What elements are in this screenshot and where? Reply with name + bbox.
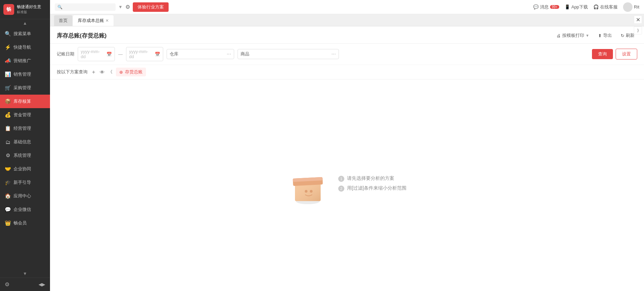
print-icon: 🖨 — [556, 33, 561, 38]
print-chevron-icon: ▼ — [586, 33, 589, 38]
warehouse-more-icon[interactable]: ··· — [227, 51, 231, 57]
empty-content: 1 请先选择要分析的方案 2 用[过滤]条件来缩小分析范围 — [288, 165, 406, 205]
tip-number-2: 2 — [338, 186, 344, 192]
panel-close-btn[interactable]: ✕ — [634, 16, 642, 24]
sidebar-item-shortcut[interactable]: ⚡ 快捷导航 — [0, 41, 50, 54]
sidebar-item-enterprise[interactable]: 🤝 企业协同 — [0, 162, 50, 176]
svg-point-5 — [305, 190, 307, 193]
sidebar-item-appcenter[interactable]: 🏠 应用中心 — [0, 189, 50, 203]
tab-close-icon[interactable]: ✕ — [105, 18, 109, 23]
scheme-collapse-icon[interactable]: 《 — [108, 69, 113, 75]
filter-row: 记账日期 yyyy-mm-dd 📅 — yyyy-mm-dd 📅 仓库 ··· — [50, 44, 644, 65]
tip-item-2: 2 用[过滤]条件来缩小分析范围 — [338, 185, 406, 192]
shortcut-icon: ⚡ — [5, 44, 11, 50]
sidebar-item-finance[interactable]: 💰 资金管理 — [0, 108, 50, 122]
tab-home[interactable]: 首页 — [54, 15, 72, 26]
goods-more-icon[interactable]: ··· — [331, 51, 336, 57]
sidebar-item-vip[interactable]: 👑 畅会员 — [0, 216, 50, 230]
sidebar-item-wechat[interactable]: 💬 企业微信 — [0, 203, 50, 216]
scheme-add-icon[interactable]: ＋ — [91, 69, 96, 76]
newguide-icon: 🎓 — [5, 179, 11, 186]
basic-icon: 🗂 — [5, 139, 11, 145]
panel-expand-btn[interactable]: ⟩ — [634, 26, 642, 34]
wechat-icon: 💬 — [5, 207, 11, 213]
settings-footer-icon[interactable]: ⚙ — [5, 281, 9, 288]
topbar-search[interactable]: 🔍 — [55, 3, 116, 11]
sidebar: 畅 畅捷通好生意 标准版 ▲ 🔍 搜索菜单 ⚡ 快捷导航 📣 营销推广 📊 销售… — [0, 0, 50, 291]
logo-text: 畅捷通好生意 标准版 — [17, 4, 41, 15]
sidebar-scroll-up[interactable]: ▲ — [0, 19, 50, 27]
sidebar-item-system[interactable]: ⚙ 系统管理 — [0, 149, 50, 162]
enterprise-icon: 🤝 — [5, 166, 11, 172]
sidebar-item-marketing[interactable]: 📣 营销推广 — [0, 54, 50, 68]
message-icon: 💬 — [533, 4, 539, 9]
filter-actions: 查询 设置 — [592, 49, 637, 59]
calendar-to-icon[interactable]: 📅 — [155, 52, 160, 57]
inventory-icon: 📦 — [5, 98, 11, 104]
tip-number-1: 1 — [338, 176, 344, 182]
tip-text-2: 用[过滤]条件来缩小分析范围 — [347, 185, 406, 191]
sidebar-item-search[interactable]: 🔍 搜索菜单 — [0, 27, 50, 41]
query-button[interactable]: 查询 — [592, 49, 613, 59]
phone-icon: 📱 — [565, 4, 570, 9]
operation-icon: 📋 — [5, 125, 11, 131]
user-avatar[interactable]: Rit — [623, 2, 639, 12]
message-badge: 99+ — [550, 5, 559, 9]
topbar: 🔍 ▼ ⚙ 体验行业方案 💬 消息 99+ 📱 App下载 🎧 在线客服 Rit — [50, 0, 644, 14]
scheme-label: 按以下方案查询 — [57, 69, 88, 75]
app-download-btn[interactable]: 📱 App下载 — [565, 4, 588, 10]
tabs-bar: 首页 库存成本总账 ✕ — [50, 14, 644, 26]
online-service-btn[interactable]: 🎧 在线客服 — [593, 4, 618, 10]
topbar-right: 💬 消息 99+ 📱 App下载 🎧 在线客服 Rit — [533, 2, 639, 12]
filter-date-label: 记账日期 — [57, 51, 74, 57]
scheme-row: 按以下方案查询 ＋ 👁 《 ⊕ 存货总账 — [50, 65, 644, 79]
sidebar-footer: ⚙ ◀▶ — [0, 277, 50, 291]
search-icon: 🔍 — [5, 31, 11, 37]
tab-inventory-ledger[interactable]: 库存成本总账 ✕ — [73, 15, 114, 26]
page-area: 库存总账(存货总账) 🖨 按模板打印 ▼ ⬆ 导出 ↻ 刷新 — [50, 26, 644, 291]
print-btn[interactable]: 🖨 按模板打印 ▼ — [554, 31, 592, 40]
page-header: 库存总账(存货总账) 🖨 按模板打印 ▼ ⬆ 导出 ↻ 刷新 — [50, 26, 644, 44]
finance-icon: 💰 — [5, 112, 11, 118]
headset-icon: 🎧 — [593, 4, 599, 9]
sidebar-item-purchase[interactable]: 🛒 采购管理 — [0, 81, 50, 95]
settings-button[interactable]: 设置 — [616, 49, 637, 59]
sidebar-item-operation[interactable]: 📋 经营管理 — [0, 122, 50, 135]
export-icon: ⬆ — [598, 33, 602, 38]
scheme-eye-icon[interactable]: 👁 — [100, 69, 105, 75]
scheme-item-inventory[interactable]: ⊕ 存货总账 — [116, 68, 146, 76]
page-header-actions: 🖨 按模板打印 ▼ ⬆ 导出 ↻ 刷新 — [554, 31, 637, 40]
calendar-from-icon[interactable]: 📅 — [106, 52, 112, 57]
topbar-gear-icon[interactable]: ⚙ — [125, 4, 130, 10]
industry-btn[interactable]: 体验行业方案 — [133, 2, 169, 12]
tip-text-1: 请先选择要分析的方案 — [347, 175, 394, 181]
sidebar-item-newguide[interactable]: 🎓 新手引导 — [0, 176, 50, 189]
sidebar-scroll-down[interactable]: ▼ — [0, 270, 50, 277]
system-icon: ⚙ — [5, 152, 11, 159]
box-svg — [288, 165, 328, 205]
svg-point-6 — [310, 190, 313, 193]
username-label: Rit — [634, 4, 639, 9]
logo-icon: 畅 — [3, 4, 14, 15]
collapse-footer-icon[interactable]: ◀▶ — [39, 282, 45, 287]
appcenter-icon: 🏠 — [5, 193, 11, 199]
warehouse-select[interactable]: 仓库 ··· — [167, 49, 234, 59]
export-btn[interactable]: ⬆ 导出 — [595, 31, 615, 40]
sidebar-item-sales[interactable]: 📊 销售管理 — [0, 68, 50, 81]
message-btn[interactable]: 💬 消息 99+ — [533, 4, 559, 10]
date-to-input[interactable]: yyyy-mm-dd 📅 — [126, 47, 163, 61]
marketing-icon: 📣 — [5, 58, 11, 64]
goods-select[interactable]: 商品 ··· — [238, 49, 339, 59]
date-separator: — — [118, 52, 123, 57]
purchase-icon: 🛒 — [5, 85, 11, 91]
filter-scheme-panel: 记账日期 yyyy-mm-dd 📅 — yyyy-mm-dd 📅 仓库 ··· — [50, 44, 644, 79]
page-title: 库存总账(存货总账) — [57, 32, 106, 40]
sidebar-nav: 🔍 搜索菜单 ⚡ 快捷导航 📣 营销推广 📊 销售管理 🛒 采购管理 📦 库存核… — [0, 27, 50, 270]
main-content: 🔍 ▼ ⚙ 体验行业方案 💬 消息 99+ 📱 App下载 🎧 在线客服 Rit — [50, 0, 644, 291]
date-from-input[interactable]: yyyy-mm-dd 📅 — [78, 47, 115, 61]
sidebar-item-basic[interactable]: 🗂 基础信息 — [0, 135, 50, 149]
empty-illustration — [288, 165, 328, 205]
topbar-dropdown-icon[interactable]: ▼ — [118, 4, 123, 9]
sidebar-logo: 畅 畅捷通好生意 标准版 — [0, 0, 50, 19]
sidebar-item-inventory[interactable]: 📦 库存核算 — [0, 95, 50, 108]
